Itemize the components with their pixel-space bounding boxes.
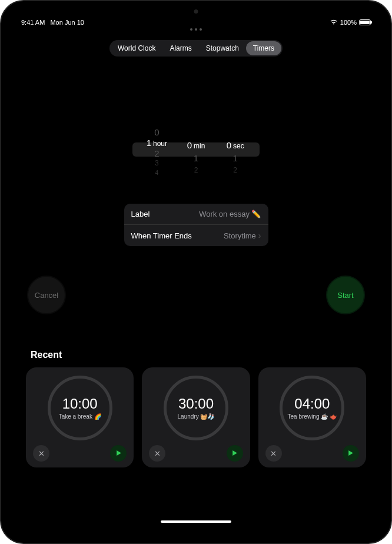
status-left: 9:41 AM Mon Jun 10 bbox=[21, 19, 88, 26]
tab-timers[interactable]: Timers bbox=[246, 41, 281, 55]
timer-label: Tea brewing ☕️ 🫖 bbox=[285, 413, 339, 420]
battery-pct: 100% bbox=[340, 19, 357, 26]
timer-dial: 10:00 Take a break 🌈 bbox=[48, 376, 112, 440]
recent-card[interactable]: 04:00 Tea brewing ☕️ 🫖 ✕ bbox=[258, 367, 366, 467]
start-button-label: Start bbox=[337, 291, 353, 300]
ends-row-key: When Timer Ends bbox=[131, 231, 192, 240]
picker-min-unit: min bbox=[194, 142, 205, 150]
close-icon: ✕ bbox=[154, 449, 161, 458]
tab-bar: World Clock Alarms Stopwatch Timers bbox=[109, 40, 283, 57]
front-camera bbox=[194, 9, 198, 14]
close-icon: ✕ bbox=[270, 449, 277, 458]
picker-minutes[interactable]: 0min 1 2 bbox=[177, 127, 216, 180]
picker-sec-unit: sec bbox=[233, 142, 244, 150]
cancel-button[interactable]: Cancel bbox=[27, 276, 66, 314]
picker-hours-above: 0 bbox=[154, 127, 159, 137]
play-timer-button[interactable] bbox=[343, 445, 359, 462]
timer-label: Laundry 🧺🧦 bbox=[175, 413, 217, 420]
tab-stopwatch[interactable]: Stopwatch bbox=[199, 41, 246, 55]
picker-hours-below-2: 3 bbox=[155, 159, 159, 167]
status-bar: 9:41 AM Mon Jun 10 100% bbox=[18, 18, 374, 26]
picker-hours[interactable]: 0 1hour 2 3 4 bbox=[137, 127, 177, 180]
tab-world-clock[interactable]: World Clock bbox=[111, 41, 162, 55]
status-right: 100% bbox=[330, 19, 371, 26]
recent-card[interactable]: 10:00 Take a break 🌈 ✕ bbox=[26, 367, 134, 467]
timer-time: 04:00 bbox=[294, 396, 330, 412]
wifi-icon bbox=[330, 19, 338, 26]
timer-dial: 04:00 Tea brewing ☕️ 🫖 bbox=[280, 376, 344, 440]
play-timer-button[interactable] bbox=[110, 445, 127, 462]
picker-sec-below-2: 2 bbox=[233, 166, 237, 174]
picker-min-below-1: 1 bbox=[194, 153, 198, 163]
picker-hours-below-3: 4 bbox=[155, 170, 159, 176]
ends-row-value: Storytime bbox=[224, 231, 256, 240]
picker-hours-selected: 1 bbox=[147, 138, 151, 148]
timer-settings: Label Work on essay ✏️ When Timer Ends S… bbox=[124, 204, 268, 246]
status-date: Mon Jun 10 bbox=[50, 19, 84, 26]
ipad-frame: 9:41 AM Mon Jun 10 100% World Clock Alar… bbox=[0, 0, 392, 544]
picker-hours-unit: hour bbox=[153, 140, 167, 148]
timer-dial: 30:00 Laundry 🧺🧦 bbox=[164, 376, 228, 440]
chevron-right-icon: › bbox=[258, 231, 261, 240]
start-button[interactable]: Start bbox=[326, 276, 365, 314]
multitask-indicator[interactable] bbox=[190, 28, 202, 31]
cancel-button-label: Cancel bbox=[35, 291, 58, 300]
label-row-key: Label bbox=[131, 210, 150, 218]
picker-sec-selected: 0 bbox=[227, 140, 231, 150]
when-timer-ends-row[interactable]: When Timer Ends Storytime › bbox=[124, 224, 268, 246]
delete-timer-button[interactable]: ✕ bbox=[33, 445, 49, 462]
duration-picker[interactable]: 0 1hour 2 3 4 0min 1 2 0sec 1 2 bbox=[137, 127, 255, 180]
play-timer-button[interactable] bbox=[227, 445, 243, 462]
timer-time: 30:00 bbox=[178, 396, 214, 412]
picker-min-below-2: 2 bbox=[194, 166, 198, 174]
delete-timer-button[interactable]: ✕ bbox=[149, 445, 165, 462]
close-icon: ✕ bbox=[38, 449, 45, 458]
picker-min-selected: 0 bbox=[187, 140, 192, 150]
play-icon bbox=[347, 450, 354, 457]
recent-list: 10:00 Take a break 🌈 ✕ 30:00 Laundry 🧺🧦 bbox=[18, 367, 374, 467]
delete-timer-button[interactable]: ✕ bbox=[265, 445, 282, 462]
play-icon bbox=[231, 450, 238, 457]
home-indicator[interactable] bbox=[161, 520, 231, 523]
recent-heading: Recent bbox=[31, 350, 374, 360]
status-time: 9:41 AM bbox=[21, 19, 45, 26]
recent-card[interactable]: 30:00 Laundry 🧺🧦 ✕ bbox=[142, 367, 250, 467]
timer-actions: Cancel Start bbox=[18, 276, 374, 314]
picker-seconds[interactable]: 0sec 1 2 bbox=[215, 127, 255, 180]
picker-hours-below-1: 2 bbox=[154, 148, 159, 158]
timer-time: 10:00 bbox=[62, 396, 98, 412]
screen: 9:41 AM Mon Jun 10 100% World Clock Alar… bbox=[18, 18, 374, 526]
timer-label: Take a break 🌈 bbox=[57, 413, 104, 420]
battery-icon bbox=[359, 19, 371, 25]
picker-sec-below-1: 1 bbox=[233, 153, 238, 163]
label-row-value: Work on essay ✏️ bbox=[199, 210, 261, 218]
play-icon bbox=[115, 450, 122, 457]
label-row[interactable]: Label Work on essay ✏️ bbox=[124, 204, 268, 224]
tab-alarms[interactable]: Alarms bbox=[162, 41, 198, 55]
